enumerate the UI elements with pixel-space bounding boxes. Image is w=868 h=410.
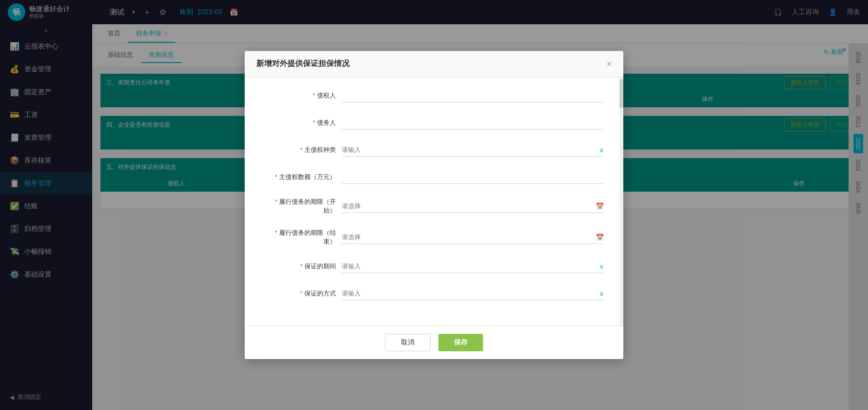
cancel-button[interactable]: 取消	[385, 334, 431, 351]
modal-title: 新增对外提供保证担保情况	[256, 59, 350, 69]
modal-header: 新增对外提供保证担保情况 ×	[245, 51, 623, 77]
input-guarantee-period[interactable]	[342, 260, 599, 273]
form-row-creditor-amount: * 主债权数额（万元）	[264, 170, 604, 184]
modal-footer: 取消 保存	[245, 326, 623, 359]
input-guarantee-method[interactable]	[342, 287, 599, 300]
dropdown-arrow-guarantee-method: ∨	[599, 290, 604, 297]
modal-dialog: 新增对外提供保证担保情况 × * 债权人 * 债务人	[245, 51, 623, 359]
required-star-debtor: *	[313, 119, 315, 126]
date-wrap-period-end[interactable]: 📅	[342, 230, 604, 244]
input-creditor-type[interactable]	[342, 143, 599, 156]
form-row-creditor: * 债权人	[264, 89, 604, 102]
label-debtor: * 债务人	[264, 118, 342, 127]
form-row-creditor-type: * 主债权种类 ∨	[264, 143, 604, 157]
input-debtor[interactable]	[342, 116, 604, 130]
modal-overlay: 新增对外提供保证担保情况 × * 债权人 * 债务人	[0, 0, 868, 410]
label-creditor: * 债权人	[264, 91, 342, 100]
dropdown-arrow-creditor-type: ∨	[599, 146, 604, 154]
modal-close-button[interactable]: ×	[606, 60, 612, 68]
dropdown-arrow-guarantee-period: ∨	[599, 262, 604, 270]
modal-body: * 债权人 * 债务人 * 主债权种	[245, 77, 623, 326]
input-period-start[interactable]	[342, 199, 596, 213]
form-row-guarantee-method: * 保证的方式 ∨	[264, 287, 604, 300]
label-creditor-amount: * 主债权数额（万元）	[264, 173, 342, 181]
calendar-icon-period-start[interactable]: 📅	[596, 202, 604, 210]
select-wrap-guarantee-period[interactable]: ∨	[342, 260, 604, 273]
select-wrap-creditor-type[interactable]: ∨	[342, 143, 604, 157]
calendar-icon-period-end[interactable]: 📅	[596, 233, 604, 241]
form-row-guarantee-period: * 保证的期间 ∨	[264, 260, 604, 273]
modal-scrollbar	[619, 77, 623, 326]
label-period-end: * 履行债务的期限（结束）	[264, 229, 342, 246]
required-star-creditor-type: *	[300, 146, 302, 153]
label-period-start: * 履行债务的期限（开始）	[264, 197, 342, 215]
date-wrap-period-start[interactable]: 📅	[342, 199, 604, 213]
input-period-end[interactable]	[342, 230, 596, 244]
required-star-creditor: *	[313, 92, 315, 99]
required-star-guarantee-method: *	[300, 290, 302, 297]
required-star-guarantee-period: *	[300, 262, 302, 270]
input-creditor-amount[interactable]	[342, 170, 604, 184]
required-star-amount: *	[275, 173, 277, 180]
form-row-period-start: * 履行债务的期限（开始） 📅	[264, 197, 604, 215]
select-wrap-guarantee-method[interactable]: ∨	[342, 287, 604, 300]
scroll-thumb	[619, 79, 623, 108]
label-guarantee-method: * 保证的方式	[264, 289, 342, 298]
required-star-period-end: *	[275, 229, 277, 236]
required-star-period-start: *	[275, 198, 277, 205]
form-row-debtor: * 债务人	[264, 116, 604, 130]
form-row-period-end: * 履行债务的期限（结束） 📅	[264, 229, 604, 246]
save-button[interactable]: 保存	[438, 334, 483, 351]
modal-body-wrap: * 债权人 * 债务人 * 主债权种	[245, 77, 623, 326]
label-creditor-type: * 主债权种类	[264, 146, 342, 154]
label-guarantee-period: * 保证的期间	[264, 262, 342, 271]
input-creditor[interactable]	[342, 89, 604, 102]
